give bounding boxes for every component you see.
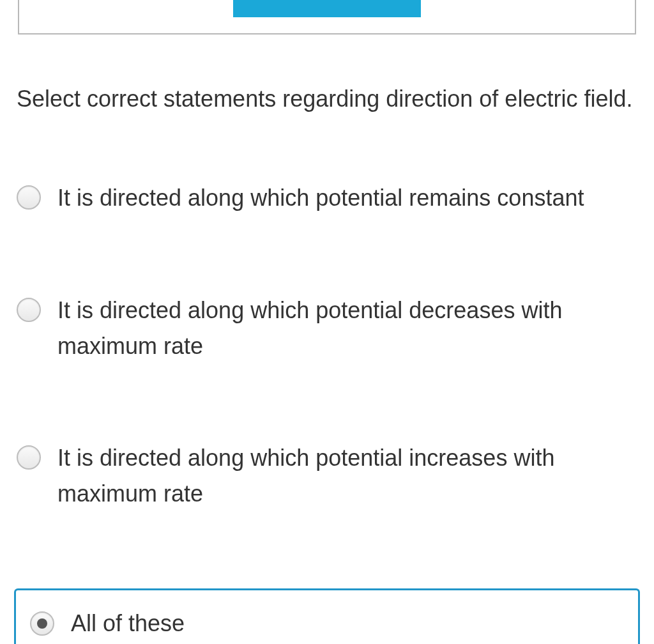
option-row-1[interactable]: It is directed along which potential rem… [0, 180, 654, 216]
option-text: It is directed along which potential dec… [57, 293, 637, 364]
option-row-3[interactable]: It is directed along which potential inc… [0, 440, 654, 512]
radio-dot-icon [37, 618, 47, 629]
option-row-2[interactable]: It is directed along which potential dec… [0, 293, 654, 364]
option-text: All of these [71, 606, 624, 641]
blue-button[interactable] [233, 0, 421, 17]
top-bordered-box [18, 0, 636, 34]
options-container: It is directed along which potential rem… [0, 180, 654, 644]
question-text: Select correct statements regarding dire… [17, 82, 637, 116]
radio-button[interactable] [17, 298, 41, 322]
radio-button[interactable] [17, 445, 41, 470]
option-row-4[interactable]: All of these [14, 588, 640, 644]
option-text: It is directed along which potential inc… [57, 440, 637, 512]
option-text: It is directed along which potential rem… [57, 180, 637, 216]
radio-button-selected[interactable] [30, 611, 54, 636]
radio-button[interactable] [17, 185, 41, 210]
